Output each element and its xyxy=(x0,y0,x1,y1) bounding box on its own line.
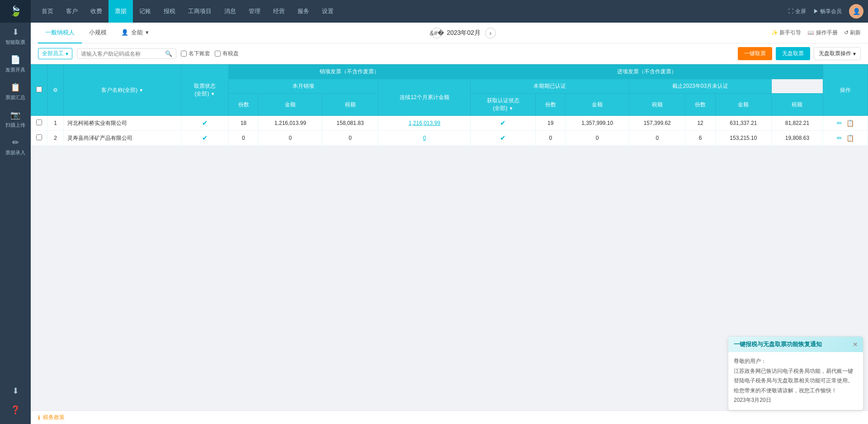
nav-settings[interactable]: 设置 xyxy=(316,0,340,23)
th-checkbox xyxy=(31,65,47,116)
nav-invoice[interactable]: 票据 xyxy=(108,0,133,23)
edit-icon[interactable]: ✏ xyxy=(837,134,842,142)
download-icon: ⬇ xyxy=(12,27,19,37)
refresh-link[interactable]: ↺ 刷新 xyxy=(844,29,861,37)
avatar[interactable]: 👤 xyxy=(849,4,863,19)
notif-header: 一键报税与无盘取票功能恢复通知 ✕ xyxy=(728,337,863,352)
entry-icon: ✏ xyxy=(12,138,19,148)
th-purchase-period: 本期期已认证 xyxy=(471,79,629,94)
manual-link[interactable]: 📖 操作手册 xyxy=(807,29,837,37)
row-purchase-period-tax: 0 xyxy=(629,131,685,146)
row-sales-cumulative[interactable]: 0 xyxy=(378,131,471,146)
nav-business[interactable]: 工商项目 xyxy=(182,0,218,23)
sidebar: 🍃 ⬇ 智能取票 📄 发票开具 📋 票据汇总 📷 扫描上传 ✏ 票据录入 ⬇ ❓ xyxy=(0,0,31,424)
nav-tax[interactable]: 报税 xyxy=(157,0,182,23)
row-sales-cumulative[interactable]: 1,216,013.99 xyxy=(378,116,471,131)
row-customer: 灵寿县尚泽矿产品有限公司 xyxy=(64,131,181,146)
main-table: ⚙ 客户名称(全部) ▼ 取票状态(全部) ▼ 销项发票（不含作废票） 进项发票… xyxy=(31,64,868,146)
edit-icon[interactable]: ✏ xyxy=(837,119,842,127)
search-icon[interactable]: 🔍 xyxy=(165,50,172,57)
table-row: 2 灵寿县尚泽矿产品有限公司 ✔ 0 0 0 0 ✔ 0 0 0 6 153,2… xyxy=(31,131,868,146)
tax-policy-icon: ℹ xyxy=(38,414,40,421)
notif-title: 一键报税与无盘取票功能恢复通知 xyxy=(734,340,822,348)
sidebar-item-download[interactable]: ⬇ xyxy=(0,381,31,400)
tab-general[interactable]: 一般纳税人 xyxy=(38,23,82,43)
row-purchase-status: ✔ xyxy=(471,116,536,131)
row-purchase-deadline-amount: 631,337.21 xyxy=(715,116,771,131)
sidebar-item-help[interactable]: ❓ xyxy=(0,400,31,419)
one-click-fetch-btn[interactable]: 一键取票 xyxy=(738,47,772,60)
notif-body: 尊敬的用户：江苏政务网已恢访问电子税务局功能，易代账一键登陆电子税务局与无盘取票… xyxy=(728,352,863,410)
nav-customer[interactable]: 客户 xyxy=(60,0,84,23)
bottom-bar: ℹ 税务政策 xyxy=(31,410,868,424)
th-customer: 客户名称(全部) ▼ xyxy=(64,65,181,116)
nav-bookkeeping[interactable]: 记账 xyxy=(133,0,157,23)
row-purchase-deadline-amount: 153,215.10 xyxy=(715,131,771,146)
nav-billing[interactable]: 收费 xyxy=(84,0,108,23)
row-purchase-deadline-count: 12 xyxy=(685,116,715,131)
row-fetch-status: ✔ xyxy=(181,131,229,146)
nav-service[interactable]: 服务 xyxy=(291,0,316,23)
checkbox-underaccount[interactable]: 名下账套 xyxy=(181,50,210,57)
new-guide-link[interactable]: ✨ 新手引导 xyxy=(771,29,801,37)
tab-bar: 一般纳税人 小规模 👤 全能 ▾ &#� 2023年02月 › ✨ 新手引导 📖… xyxy=(31,23,868,43)
notif-close-btn[interactable]: ✕ xyxy=(853,341,858,348)
sidebar-item-invoice-open[interactable]: 📄 发票开具 xyxy=(0,50,31,78)
row-actions: ✏ 📋 xyxy=(823,116,868,131)
th-sales-cumulative: 连续12个月累计金额 xyxy=(378,79,471,116)
tab-more-icon[interactable]: ▾ xyxy=(146,29,149,36)
employee-filter[interactable]: 全部员工 ▾ xyxy=(38,48,72,59)
tab-small[interactable]: 小规模 xyxy=(82,23,114,43)
nav-management[interactable]: 管理 xyxy=(242,0,267,23)
sidebar-item-scan-upload[interactable]: 📷 扫描上传 xyxy=(0,105,31,133)
search-input[interactable] xyxy=(81,51,162,57)
vip-btn[interactable]: ▶ 畅享会员 xyxy=(813,8,842,15)
sidebar-item-invoice-summary[interactable]: 📋 票据汇总 xyxy=(0,78,31,105)
copy-icon[interactable]: 📋 xyxy=(846,134,854,142)
row-checkbox[interactable] xyxy=(31,131,47,146)
row-actions: ✏ 📋 xyxy=(823,131,868,146)
no-disk-ops-btn[interactable]: 无盘取票操作 ▾ xyxy=(814,47,861,60)
nav-message[interactable]: 消息 xyxy=(218,0,242,23)
copy-icon[interactable]: 📋 xyxy=(846,119,854,127)
checkbox-taxdisk[interactable]: 有税盘 xyxy=(215,50,239,57)
row-purchase-period-amount: 0 xyxy=(566,131,629,146)
date-display: 2023年02月 xyxy=(447,29,481,37)
action-bar: 全部员工 ▾ 🔍 名下账套 有税盘 一键取票 无盘取票 无盘取票操作 ▾ xyxy=(31,43,868,64)
th-purchase-status: 获取认证状态(全部) ▼ xyxy=(471,94,536,116)
download2-icon: ⬇ xyxy=(12,386,19,396)
date-next-btn[interactable]: › xyxy=(485,28,496,38)
th-purchase-deadline-amount: 金额 xyxy=(715,94,771,116)
th-purchase-period-tax: 税额 xyxy=(629,94,685,116)
tab-all[interactable]: 👤 全能 ▾ xyxy=(114,23,156,43)
taxdisk-checkbox[interactable] xyxy=(215,51,221,57)
help-icon: ❓ xyxy=(10,405,20,415)
action-bar-right: 一键取票 无盘取票 无盘取票操作 ▾ xyxy=(738,47,861,60)
date-prev-btn[interactable]: &#� xyxy=(431,28,442,38)
underaccount-checkbox[interactable] xyxy=(181,51,187,57)
row-purchase-deadline-count: 6 xyxy=(685,131,715,146)
invoice-summary-icon: 📋 xyxy=(10,82,20,92)
row-checkbox[interactable] xyxy=(31,116,47,131)
sidebar-logo: 🍃 xyxy=(0,0,31,23)
nav-home[interactable]: 首页 xyxy=(35,0,60,23)
th-sales-tax: 税额 xyxy=(322,94,378,116)
select-all-checkbox[interactable] xyxy=(36,86,42,92)
sidebar-item-smart-fetch[interactable]: ⬇ 智能取票 xyxy=(0,23,31,50)
search-wrap: 🔍 xyxy=(77,48,176,59)
no-disk-fetch-btn[interactable]: 无盘取票 xyxy=(776,47,810,60)
sidebar-item-data-entry[interactable]: ✏ 票据录入 xyxy=(0,133,31,161)
table-row: 1 河北柯裕桥实业有限公司 ✔ 18 1,216,013.99 158,081.… xyxy=(31,116,868,131)
filter-dropdown-icon: ▾ xyxy=(66,51,68,57)
fullscreen-btn[interactable]: ⛶ 全屏 xyxy=(788,8,806,15)
row-purchase-period-tax: 157,399.62 xyxy=(629,116,685,131)
row-sales-count: 18 xyxy=(229,116,259,131)
tax-policy-link[interactable]: 税务政策 xyxy=(43,414,65,421)
nav-operation[interactable]: 经营 xyxy=(267,0,291,23)
row-purchase-period-count: 19 xyxy=(536,116,566,131)
th-sales-count: 份数 xyxy=(229,94,259,116)
row-num: 2 xyxy=(47,131,64,146)
th-purchase-group: 进项发票（不含作废票） xyxy=(471,65,823,79)
topnav: 首页 客户 收费 票据 记账 报税 工商项目 消息 管理 经营 服务 设置 ⛶ … xyxy=(31,0,868,23)
dropdown-arrow-icon: ▾ xyxy=(853,51,856,57)
